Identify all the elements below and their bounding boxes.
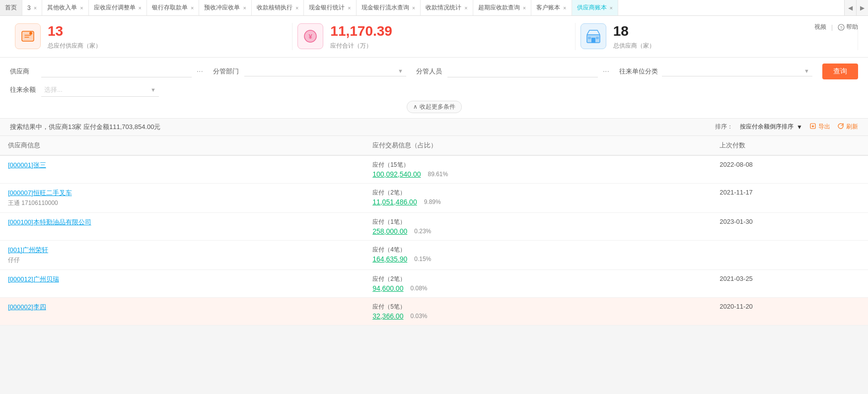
person-input[interactable]	[447, 66, 598, 77]
tx-percent: 0.15%	[414, 256, 431, 263]
nav-tab-home-label: 首页	[5, 3, 17, 12]
close-icon[interactable]: ×	[34, 5, 37, 11]
nav-tab-ar-ap-adj[interactable]: 应收应付调整单 ×	[89, 0, 147, 15]
supplier-dots-icon[interactable]: ···	[197, 67, 203, 76]
card-text-all-suppliers: 18 总供应商（家）	[613, 23, 655, 50]
collapse-button[interactable]: ∧ 收起更多条件	[407, 101, 462, 113]
table-row: [000100]本特勤油品有限公司应付（1笔）258,000.000.23%20…	[0, 212, 868, 240]
th-tx-info: 应付交易信息（占比）	[364, 136, 712, 155]
nav-arrows: ◀ ▶	[844, 0, 868, 15]
filter-balance: 往来余额 选择... ▼	[10, 83, 159, 97]
tx-amount[interactable]: 258,000.00	[372, 227, 407, 235]
nav-tab-overdue-ar[interactable]: 超期应收款查询 ×	[473, 0, 531, 15]
query-button[interactable]: 查询	[822, 64, 858, 79]
nav-tab-supplier-ledger[interactable]: 供应商账本 ×	[572, 0, 618, 15]
supplier-link[interactable]: [000007]恒旺二手叉车	[8, 189, 72, 197]
tx-percent: 89.61%	[428, 171, 448, 178]
tx-percent: 9.89%	[424, 198, 441, 205]
nav-tab-cash-bank-query[interactable]: 现金银行流水查询 ×	[357, 0, 421, 15]
nav-tab-cash-bank-stat[interactable]: 现金银行统计 ×	[304, 0, 356, 15]
close-icon[interactable]: ×	[80, 5, 83, 11]
content-area: 供应商信息 应付交易信息（占比） 上次付数 [000001]张三应付（15笔）1…	[0, 136, 868, 394]
balance-select[interactable]: 选择... ▼	[41, 83, 159, 97]
nav-tab-receipt-stat[interactable]: 收款情况统计 ×	[421, 0, 473, 15]
supplier-sub-info: 王通 17106110000	[8, 199, 357, 207]
close-icon[interactable]: ×	[563, 5, 566, 11]
tx-amount[interactable]: 164,635.90	[372, 255, 407, 263]
sort-value: 按应付余额倒序排序	[740, 123, 794, 131]
svg-text:?: ?	[840, 25, 842, 30]
all-suppliers-label: 总供应商（家）	[613, 42, 655, 50]
table-row: [001]广州荣轩仔仔应付（4笔）164,635.900.15%	[0, 240, 868, 269]
category-select[interactable]: ▼	[662, 66, 812, 76]
export-button[interactable]: 导出	[809, 123, 830, 131]
category-chevron-down-icon: ▼	[804, 68, 809, 74]
tx-info-cell: 应付（5笔）32,366.000.03%	[364, 297, 712, 325]
payable-total-label: 应付合计（万）	[330, 42, 392, 50]
nav-tab-customer-ledger[interactable]: 客户账本 ×	[531, 0, 572, 15]
close-icon[interactable]: ×	[243, 5, 246, 11]
department-filter-label: 分管部门	[213, 67, 240, 76]
supplier-sub-info: 仔仔	[8, 256, 357, 264]
nav-tab-advance-ar-label: 预收冲应收单	[204, 3, 240, 12]
supplier-link[interactable]: [000100]本特勤油品有限公司	[8, 218, 91, 226]
last-pay-cell: 2023-01-30	[712, 212, 868, 240]
help-link[interactable]: ? 帮助	[838, 23, 858, 31]
tx-label: 应付（5笔）	[372, 303, 704, 311]
card-icon-payable	[15, 23, 41, 49]
card-text-payable: 13 总应付供应商（家）	[48, 23, 101, 50]
tx-amount[interactable]: 32,366.00	[372, 312, 403, 320]
supplier-info-cell: [001]广州荣轩仔仔	[0, 240, 364, 269]
nav-tab-overdue-ar-label: 超期应收款查询	[478, 3, 520, 12]
nav-next-arrow[interactable]: ▶	[856, 0, 868, 15]
last-pay-cell: 2020-11-20	[712, 297, 868, 325]
nav-tab-3-label: 3	[27, 4, 31, 11]
close-icon[interactable]: ×	[139, 5, 142, 11]
tx-percent: 0.23%	[414, 228, 431, 235]
person-dots-icon[interactable]: ···	[603, 67, 609, 76]
balance-filter-label: 往来余额	[10, 85, 37, 94]
video-link[interactable]: 视频	[814, 23, 826, 31]
close-icon[interactable]: ×	[191, 5, 194, 11]
close-icon[interactable]: ×	[523, 5, 526, 11]
supplier-info-cell: [000007]恒旺二手叉车王通 17106110000	[0, 183, 364, 212]
supplier-input[interactable]	[41, 66, 192, 77]
nav-prev-arrow[interactable]: ◀	[844, 0, 856, 15]
export-icon	[809, 123, 816, 131]
supplier-info-cell: [000001]张三	[0, 155, 364, 184]
last-pay-cell: 2022-08-08	[712, 155, 868, 184]
nav-tab-other-income[interactable]: 其他收入单 ×	[42, 0, 88, 15]
nav-tab-receipt-exec[interactable]: 收款核销执行 ×	[252, 0, 304, 15]
supplier-link[interactable]: [001]广州荣轩	[8, 246, 48, 254]
close-icon[interactable]: ×	[412, 5, 415, 11]
tx-amount[interactable]: 11,051,486.00	[372, 198, 417, 206]
sort-chevron-down-icon: ▼	[796, 124, 802, 131]
export-label: 导出	[818, 123, 830, 131]
tx-label: 应付（2笔）	[372, 189, 704, 197]
refresh-button[interactable]: 刷新	[837, 123, 858, 131]
nav-tab-other-income-label: 其他收入单	[47, 3, 77, 12]
filter-category: 往来单位分类 ▼	[619, 66, 812, 76]
nav-tab-bank-deposit[interactable]: 银行存取款单 ×	[147, 0, 199, 15]
close-icon[interactable]: ×	[348, 5, 351, 11]
nav-tab-home[interactable]: 首页	[0, 0, 22, 15]
nav-tab-3[interactable]: 3 ×	[22, 0, 42, 15]
summary-card-payable-total: ¥ 11,170.39 应付合计（万）	[292, 23, 575, 50]
nav-tab-cash-bank-query-label: 现金银行流水查询	[362, 3, 409, 12]
collapse-label: 收起更多条件	[420, 103, 455, 111]
tx-amount[interactable]: 94,600.00	[372, 284, 403, 292]
tx-amount[interactable]: 100,092,540.00	[372, 170, 421, 178]
filter-supplier: 供应商 ···	[10, 66, 203, 77]
filter-person: 分管人员 ···	[416, 66, 609, 77]
close-icon[interactable]: ×	[610, 5, 613, 11]
close-icon[interactable]: ×	[464, 5, 467, 11]
supplier-link[interactable]: [000012]广州贝瑞	[8, 275, 59, 283]
sort-select[interactable]: 按应付余额倒序排序 ▼	[740, 123, 802, 131]
nav-tab-advance-ar[interactable]: 预收冲应收单 ×	[199, 0, 251, 15]
supplier-link[interactable]: [000002]李四	[8, 303, 46, 311]
supplier-link[interactable]: [000001]张三	[8, 161, 46, 169]
filter-row-2: 往来余额 选择... ▼	[10, 83, 159, 97]
close-icon[interactable]: ×	[295, 5, 298, 11]
summary-bar: 13 总应付供应商（家） ¥ 11,170.39 应付合计（万）	[0, 16, 868, 58]
department-select[interactable]: ▼	[244, 66, 406, 76]
